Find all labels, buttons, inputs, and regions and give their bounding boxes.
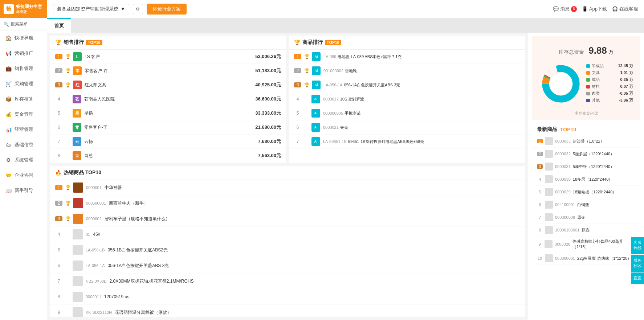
- cooperation-icon: 🤝: [5, 172, 12, 179]
- topbar: 装备及固定资产辅助管理系统 ▼ ⚙ 体验行业方案 💬 消息 6 📱 App下载 …: [47, 0, 644, 18]
- list-item: 9 KK-SD22110H 花语萌恒温分离棉被（厚款）: [50, 305, 525, 317]
- list-item: 10 003800001 22g鱼豆腐-烧烤味（1*12*20）: [532, 252, 640, 265]
- legend-dot: [586, 64, 590, 68]
- system-selector[interactable]: 装备及固定资产辅助管理系统 ▼: [53, 4, 129, 14]
- list-item: 9 0000028 体碱嘉枝味苏打饮品400毫升（1*15）: [532, 237, 640, 252]
- trophy-gold: 🏆: [65, 54, 71, 59]
- cs-community-button[interactable]: 服务 社区: [631, 255, 644, 272]
- list-item: 7 000800008 原壶: [532, 211, 640, 224]
- rank-3: 3: [55, 82, 62, 87]
- rank-3: 3: [294, 82, 301, 87]
- sidebar-item-purchase[interactable]: 🛒 采购管理: [0, 76, 47, 91]
- list-item: 1 0000033 封边带（1.0*22）: [532, 135, 640, 148]
- customer-ranking-card: 🏆 销售排行 TOP10 1 🏆 L LS 客户 53,006.26元: [50, 36, 286, 163]
- inventory-total: 库存总资金 9.88 万: [535, 40, 637, 58]
- product-ranking-list: 1 🏆 Ai LA-089电池盖 LA-089 ABS本色+黑种 7.1克 2 …: [289, 50, 525, 149]
- product-thumbnail: [545, 226, 553, 234]
- avatar: 苍: [73, 95, 81, 103]
- rank-4: 4: [55, 97, 62, 102]
- table-row: 1 🏆 L LS 客户 53,006.26元: [50, 50, 286, 64]
- list-item: 6 LA-056-1A 056-1A白色按键开关盖ABS 3克: [50, 258, 525, 274]
- list-item: 2 0000032 5厘多层（1220*2440）: [532, 148, 640, 160]
- product-img: Ai: [311, 109, 320, 118]
- list-item: 3 🏆 0000002 智利车子里（规格不知道填什么）: [50, 211, 525, 227]
- list-item: 2 🏆 000500001 新西兰牛肉（新牛）: [50, 196, 525, 211]
- customer-ranking-list: 1 🏆 L LS 客户 53,006.26元 2 🏆 零 零售客户-许 51,1…: [50, 50, 286, 163]
- online-service-button[interactable]: 🎧 在线客服: [612, 6, 638, 12]
- table-row: 6 零 零售客户-于 21,680.00元: [50, 120, 286, 135]
- product-thumbnail: [545, 163, 553, 171]
- inventory-legend: 半成品 12.45 万 文具 1.01 万 成品 0.25 万: [586, 63, 633, 104]
- guide-icon: 📖: [5, 187, 12, 194]
- table-row: 5 Ai 000800005手机测试: [289, 106, 525, 120]
- product-thumbnail: [73, 229, 83, 239]
- sidebar-item-system[interactable]: ⚙ 系统管理: [0, 152, 47, 168]
- sidebar-search[interactable]: 🔍 搜索菜单: [0, 18, 47, 30]
- trophy-gold3: 🏆: [65, 185, 71, 190]
- product-thumbnail: [73, 245, 83, 255]
- product-img: Ai: [312, 52, 321, 61]
- headset-icon: 🎧: [612, 6, 618, 12]
- inventory-icon: 📦: [5, 96, 12, 102]
- table-row: 7 Ai LA-59651-1B59651-1B旋转投影灯电池盒ABS黑色+58…: [289, 135, 525, 149]
- list-item: 6 004100001 白钢垫: [532, 198, 640, 211]
- sidebar-item-marketing[interactable]: 📢 营销推广: [0, 46, 47, 61]
- settings-button[interactable]: ⚙: [133, 4, 143, 14]
- message-button[interactable]: 💬 消息 6: [553, 6, 577, 12]
- sidebar-item-basic-info[interactable]: 🗂 基础信息: [0, 137, 47, 152]
- trial-button[interactable]: 体验行业方案: [147, 4, 187, 15]
- customer-ranking-header: 🏆 销售排行 TOP10: [50, 36, 286, 50]
- product-thumbnail: [73, 276, 83, 286]
- list-item: 7 NB2.0X30B 2.0X30MM双搓花轴,搓花直径2.1MM/ROHS: [50, 274, 525, 289]
- table-row: 1 🏆 Ai LA-089电池盖 LA-089 ABS本色+黑种 7.1克: [289, 50, 525, 64]
- inventory-card: 库存总资金 9.88 万: [532, 36, 640, 120]
- sidebar: 畅 畅捷通好生意 标准版 🔍 搜索菜单 🏠 快捷导航 📢 营销推广 💼 销售管理…: [0, 0, 47, 320]
- rank-6: 6: [55, 125, 62, 130]
- cs-direct-button[interactable]: 直直: [631, 272, 644, 284]
- chevron-down-icon: ▼: [121, 6, 125, 12]
- sidebar-item-inventory[interactable]: 📦 库存核算: [0, 91, 47, 107]
- trophy-silver: 🏆: [65, 68, 71, 73]
- topbar-left: 装备及固定资产辅助管理系统 ▼ ⚙ 体验行业方案: [53, 4, 187, 15]
- phone-icon: 📱: [582, 6, 588, 12]
- avatar: 云: [73, 137, 81, 146]
- donut-chart: [539, 62, 583, 106]
- sidebar-item-finance[interactable]: 💰 资金管理: [0, 107, 47, 122]
- sidebar-item-cooperation[interactable]: 🤝 企业协同: [0, 168, 47, 183]
- trophy-icon: 🏆: [55, 40, 61, 45]
- cs-hotline-button[interactable]: 客服 热线: [631, 237, 644, 254]
- legend-item-semifinished: 半成品 12.45 万: [586, 63, 633, 69]
- hot-products-list: 1 🏆 0000001 中华神器 2 🏆 000500001 新西兰牛肉（新牛）: [50, 180, 525, 317]
- message-icon: 💬: [553, 6, 559, 12]
- rank-1: 1: [55, 54, 62, 59]
- legend-dot: [586, 78, 590, 82]
- finance-icon: 💰: [5, 111, 12, 118]
- customer-ranking-badge: TOP10: [86, 40, 102, 45]
- app-download-button[interactable]: 📱 App下载: [582, 6, 607, 12]
- table-row: 2 🏆 零 零售客户-许 51,183.00元: [50, 64, 286, 78]
- gear-icon: ⚙: [136, 7, 140, 12]
- table-row: 2 🏆 Ai 001000002雪地靴: [289, 64, 525, 78]
- product-img: Ai: [312, 81, 321, 89]
- sidebar-item-shortcuts[interactable]: 🏠 快捷导航: [0, 30, 47, 46]
- table-row: 7 云 云扬 7,680.00元: [50, 135, 286, 149]
- rank-1: 1: [294, 54, 301, 59]
- sidebar-item-management[interactable]: 📊 经营管理: [0, 122, 47, 137]
- product-img: Ai: [312, 66, 321, 75]
- tab-home[interactable]: 首页: [47, 18, 71, 33]
- sidebar-item-sales[interactable]: 💼 销售管理: [0, 61, 47, 76]
- product-thumbnail: [545, 240, 553, 248]
- home-icon: 🏠: [5, 35, 12, 41]
- trophy-silver3: 🏆: [65, 201, 71, 206]
- sidebar-item-guide[interactable]: 📖 新手引导: [0, 183, 47, 198]
- svg-point-4: [550, 73, 572, 95]
- sales-icon: 💼: [5, 65, 12, 72]
- nav-tabs: 首页: [47, 18, 644, 33]
- list-item: 1 🏆 0000001 中华神器: [50, 180, 525, 196]
- avatar: 星: [73, 109, 81, 118]
- product-thumbnail: [73, 198, 83, 208]
- trophy-bronze: 🏆: [65, 82, 71, 87]
- table-row: 3 🏆 红 红太阳文具 40,925.00元: [50, 78, 286, 92]
- legend-dot: [586, 71, 590, 75]
- avatar: L: [73, 52, 82, 61]
